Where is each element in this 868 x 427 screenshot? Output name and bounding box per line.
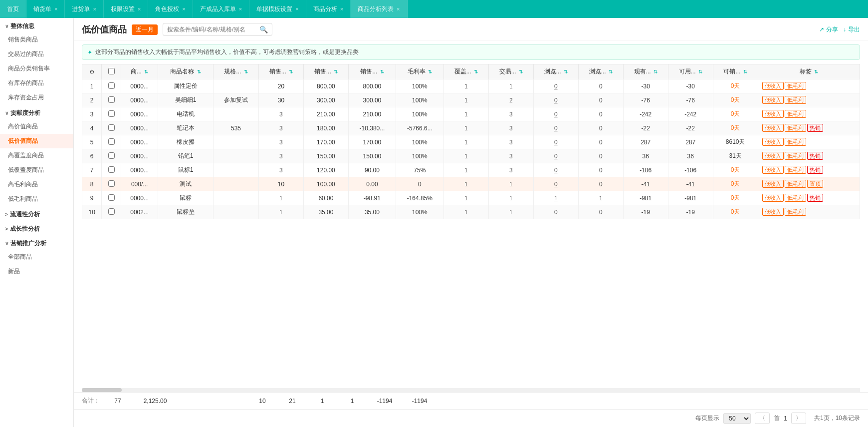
next-page-button[interactable]: 〉 [791, 413, 806, 424]
row-number: 6 [82, 149, 102, 163]
sidebar-item-stocked-goods[interactable]: 有库存的商品 [0, 76, 73, 90]
row-select-checkbox[interactable] [108, 96, 115, 103]
view1-link[interactable]: 1 [554, 195, 558, 202]
search-box[interactable]: 🔍 [163, 23, 272, 36]
close-icon[interactable]: × [340, 6, 343, 12]
row-view1: 0 [533, 163, 578, 177]
close-icon[interactable]: × [397, 6, 400, 12]
scrollbar-thumb[interactable] [82, 388, 122, 392]
view1-link[interactable]: 0 [554, 125, 558, 132]
prev-page-button[interactable]: 〈 [755, 413, 770, 424]
row-stock1: -30 [623, 79, 668, 93]
sidebar-item-low-margin[interactable]: 低毛利商品 [0, 192, 73, 206]
sidebar-item-category-sales-rate[interactable]: 商品分类销售率 [0, 61, 73, 76]
view1-link[interactable]: 0 [554, 97, 558, 104]
tag-label: 热销 [807, 124, 823, 132]
search-input[interactable] [167, 26, 257, 33]
row-select-checkbox[interactable] [108, 152, 115, 159]
close-icon[interactable]: × [138, 6, 141, 12]
row-spec [214, 205, 259, 219]
close-icon[interactable]: × [54, 6, 57, 12]
view1-link[interactable]: 0 [554, 139, 558, 146]
sidebar-group-growth[interactable]: > 成长性分析 [0, 221, 73, 235]
row-sales-qty: 3 [258, 135, 303, 149]
close-icon[interactable]: × [182, 6, 185, 12]
col-coverage[interactable]: 覆盖... ⇅ [443, 64, 488, 79]
tag-label: 低收入 [762, 194, 784, 202]
row-transaction: 1 [488, 205, 533, 219]
sidebar-item-high-value[interactable]: 高价值商品 [0, 119, 73, 134]
nav-sales-order[interactable]: 销货单 × [26, 0, 65, 18]
view1-link[interactable]: 0 [554, 181, 558, 188]
view1-link[interactable]: 0 [554, 167, 558, 174]
nav-product-storage[interactable]: 产成品入库单 × [193, 0, 249, 18]
close-icon[interactable]: × [239, 6, 242, 12]
col-gross-rate[interactable]: 毛利率 ⇅ [396, 64, 443, 79]
col-sales-amt[interactable]: 销售... ⇅ [303, 64, 348, 79]
col-code[interactable]: 商... ⇅ [121, 64, 158, 79]
col-view2[interactable]: 浏览... ⇅ [578, 64, 623, 79]
row-select-checkbox[interactable] [108, 194, 115, 201]
sidebar-item-sales-goods[interactable]: 销售类商品 [0, 32, 73, 47]
close-icon[interactable]: × [93, 6, 96, 12]
sidebar-group-contribution[interactable]: ∨ 贡献度分析 [0, 105, 73, 119]
tag-label: 低毛利 [785, 96, 806, 104]
row-select-checkbox[interactable] [108, 110, 115, 117]
sidebar-group-liquidity[interactable]: > 流通性分析 [0, 206, 73, 221]
col-sales-qty[interactable]: 销售... ⇅ [258, 64, 303, 79]
col-name[interactable]: 商品名称 ⇅ [158, 64, 214, 79]
row-select-checkbox[interactable] [108, 124, 115, 131]
col-view1[interactable]: 浏览... ⇅ [533, 64, 578, 79]
sidebar-item-traded-goods[interactable]: 交易过的商品 [0, 47, 73, 61]
export-button[interactable]: ↓ 导出 [843, 25, 860, 34]
nav-product-analysis-list[interactable]: 商品分析列表 × [351, 0, 407, 18]
col-sellable[interactable]: 可销... ⇅ [713, 64, 758, 79]
col-transaction[interactable]: 交易... ⇅ [488, 64, 533, 79]
share-button[interactable]: ↗ 分享 [819, 25, 838, 34]
sidebar-group-marketing[interactable]: ∨ 营销推广分析 [0, 235, 73, 250]
search-icon[interactable]: 🔍 [259, 25, 268, 33]
nav-home[interactable]: 首页 [0, 0, 26, 18]
col-sales-val[interactable]: 销售... ⇅ [348, 64, 396, 79]
col-stock2[interactable]: 可用... ⇅ [668, 64, 713, 79]
row-select-checkbox[interactable] [108, 208, 115, 215]
filter-tag-button[interactable]: 近一月 [132, 24, 158, 35]
select-all-checkbox[interactable] [108, 68, 115, 74]
nav-role-auth[interactable]: 角色授权 × [148, 0, 193, 18]
col-setting[interactable]: ⚙ [82, 64, 102, 79]
row-select-checkbox[interactable] [108, 138, 115, 145]
sidebar-item-low-value[interactable]: 低价值商品 [0, 134, 73, 148]
data-table: ⚙ 商... ⇅ 商品名称 ⇅ 规格... ⇅ 销售... ⇅ 销售... ⇅ … [82, 64, 860, 219]
horizontal-scrollbar[interactable] [82, 388, 860, 392]
per-page-select[interactable]: 50 100 [723, 413, 751, 424]
col-tag[interactable]: 标签 ⇅ [758, 64, 860, 79]
col-spec[interactable]: 规格... ⇅ [214, 64, 259, 79]
share-icon: ↗ [819, 26, 824, 33]
sidebar-item-high-coverage[interactable]: 高覆盖度商品 [0, 148, 73, 163]
info-icon: ✦ [87, 49, 92, 56]
nav-permission-setting[interactable]: 权限设置 × [104, 0, 148, 18]
sidebar-item-stock-capital[interactable]: 库存资金占用 [0, 90, 73, 105]
nav-product-analysis[interactable]: 商品分析 × [306, 0, 351, 18]
sidebar-group-overall[interactable]: ∨ 整体信息 [0, 18, 73, 32]
close-icon[interactable]: × [295, 6, 298, 12]
view1-link[interactable]: 0 [554, 111, 558, 118]
sidebar-item-all-goods[interactable]: 全部商品 [0, 250, 73, 264]
row-stock2: -981 [668, 191, 713, 205]
nav-template-setting[interactable]: 单据模板设置 × [249, 0, 306, 18]
tag-label: 低收入 [762, 138, 784, 146]
view1-link[interactable]: 0 [554, 83, 558, 90]
view1-link[interactable]: 0 [554, 209, 558, 216]
nav-purchase-order[interactable]: 进货单 × [65, 0, 103, 18]
row-sales-qty: 1 [258, 191, 303, 205]
sidebar-item-high-margin[interactable]: 高毛利商品 [0, 177, 73, 192]
col-stock1[interactable]: 现有... ⇅ [623, 64, 668, 79]
row-spec [214, 107, 259, 121]
row-select-checkbox[interactable] [108, 82, 115, 89]
row-select-checkbox[interactable] [108, 180, 115, 187]
sidebar-item-low-coverage[interactable]: 低覆盖度商品 [0, 163, 73, 177]
col-checkbox[interactable] [102, 64, 121, 79]
sidebar-item-new-goods[interactable]: 新品 [0, 264, 73, 279]
row-select-checkbox[interactable] [108, 166, 115, 173]
view1-link[interactable]: 0 [554, 153, 558, 160]
